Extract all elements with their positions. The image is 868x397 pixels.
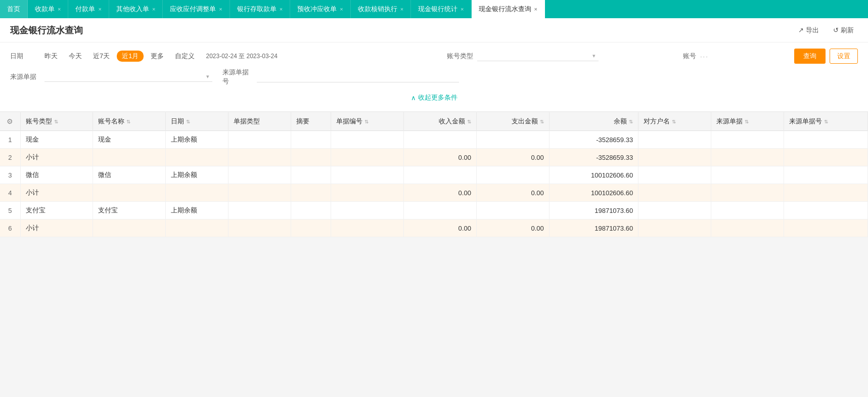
- nav-collect-verify[interactable]: 收款核销执行 ×: [351, 0, 411, 18]
- table-cell: 19871073.60: [549, 202, 638, 219]
- table-cell: [228, 131, 291, 149]
- col-doc-type[interactable]: 单据类型: [228, 112, 291, 131]
- date-btn-today[interactable]: 今天: [65, 51, 86, 62]
- nav-other-income[interactable]: 其他收入单 ×: [109, 0, 163, 18]
- table-cell: 现金: [20, 131, 93, 149]
- collapse-bar[interactable]: ∧ 收起更多条件: [10, 90, 858, 105]
- col-balance[interactable]: 余额⇅: [549, 112, 638, 131]
- nav-payments[interactable]: 付款单 ×: [68, 0, 109, 18]
- col-account-type[interactable]: 账号类型⇅: [20, 112, 93, 131]
- date-btn-yesterday[interactable]: 昨天: [40, 51, 62, 62]
- date-btn-custom[interactable]: 自定义: [171, 51, 199, 62]
- table-cell: [476, 166, 549, 184]
- close-icon[interactable]: ×: [340, 6, 343, 12]
- table-cell: [711, 166, 784, 184]
- col-income[interactable]: 收入金额⇅: [403, 112, 476, 131]
- table-cell: [711, 202, 784, 219]
- table-cell: [228, 166, 291, 184]
- table-cell: 0.00: [476, 149, 549, 166]
- table-row: 1现金现金上期余额-3528659.33: [0, 131, 868, 149]
- sort-icon: ⇅: [467, 119, 471, 124]
- settings-button[interactable]: 设置: [830, 49, 858, 64]
- account-type-label: 账号类型: [447, 52, 473, 61]
- col-account-name[interactable]: 账号名称⇅: [93, 112, 166, 131]
- table-cell: 上期余额: [166, 131, 229, 149]
- col-doc-no[interactable]: 单据编号⇅: [331, 112, 404, 131]
- nav-bank-deposit[interactable]: 银行存取款单 ×: [230, 0, 290, 18]
- refresh-button[interactable]: ↺ 刷新: [829, 24, 858, 37]
- close-icon[interactable]: ×: [58, 6, 61, 12]
- table-cell: [784, 202, 867, 219]
- table-cell: [638, 131, 711, 149]
- table-cell: [228, 184, 291, 202]
- export-button[interactable]: ↗ 导出: [794, 24, 823, 37]
- header-actions: ↗ 导出 ↺ 刷新: [794, 24, 858, 37]
- col-summary[interactable]: 摘要: [291, 112, 331, 131]
- table-cell: -3528659.33: [549, 149, 638, 166]
- sort-icon: ⇅: [186, 119, 190, 124]
- close-icon[interactable]: ×: [152, 6, 155, 12]
- table-row: 3微信微信上期余额100102606.60: [0, 166, 868, 184]
- close-icon[interactable]: ×: [400, 6, 403, 12]
- close-icon[interactable]: ×: [219, 6, 222, 12]
- sort-icon: ⇅: [126, 119, 130, 124]
- data-table: ⚙ 账号类型⇅ 账号名称⇅ 日期⇅ 单据类型 摘要 单据编号⇅: [0, 112, 868, 237]
- table-cell: [784, 131, 867, 149]
- account-type-filter: 账号类型 ▾: [447, 51, 599, 61]
- nav-cash-bank-flow[interactable]: 现金银行流水查询 ×: [472, 0, 545, 18]
- table-cell: 100102606.60: [549, 184, 638, 202]
- table-cell: [228, 202, 291, 219]
- table-cell: [638, 149, 711, 166]
- col-counterparty[interactable]: 对方户名⇅: [638, 112, 711, 131]
- col-source-doc-no[interactable]: 来源单据号⇅: [784, 112, 867, 131]
- nav-prepay-offset[interactable]: 预收冲应收单 ×: [290, 0, 350, 18]
- table-cell: [331, 131, 404, 149]
- account-label: 账号: [683, 52, 696, 61]
- table-cell: 2: [0, 149, 20, 166]
- sort-icon: ⇅: [54, 119, 58, 124]
- date-btn-more[interactable]: 更多: [147, 51, 168, 62]
- table-cell: 6: [0, 219, 20, 237]
- nav-receipts[interactable]: 收款单 ×: [28, 0, 68, 18]
- table-cell: 19871073.60: [549, 219, 638, 237]
- date-btn-7days[interactable]: 近7天: [89, 51, 114, 62]
- table-cell: [331, 202, 404, 219]
- table-cell: [784, 166, 867, 184]
- col-source-doc[interactable]: 来源单据⇅: [711, 112, 784, 131]
- account-type-select[interactable]: ▾: [477, 51, 599, 61]
- close-icon[interactable]: ×: [534, 6, 537, 12]
- table-row: 2小计0.000.00-3528659.33: [0, 149, 868, 166]
- table-cell: 0.00: [476, 219, 549, 237]
- table-cell: [166, 149, 229, 166]
- table-cell: 0.00: [403, 219, 476, 237]
- table-cell: [291, 166, 331, 184]
- table-cell: [784, 184, 867, 202]
- date-btn-1month[interactable]: 近1月: [117, 51, 144, 62]
- table-cell: 100102606.60: [549, 166, 638, 184]
- table-cell: 现金: [93, 131, 166, 149]
- table-cell: [711, 149, 784, 166]
- close-icon[interactable]: ×: [461, 6, 464, 12]
- table-cell: [331, 149, 404, 166]
- table-cell: [93, 219, 166, 237]
- table-cell: 0.00: [403, 184, 476, 202]
- col-expense[interactable]: 支出金额⇅: [476, 112, 549, 131]
- source-doc-select[interactable]: ▾: [44, 72, 212, 82]
- table-cell: 小计: [20, 219, 93, 237]
- table-header-row: ⚙ 账号类型⇅ 账号名称⇅ 日期⇅ 单据类型 摘要 单据编号⇅: [0, 112, 868, 131]
- col-gear[interactable]: ⚙: [0, 112, 20, 131]
- table-cell: 小计: [20, 184, 93, 202]
- dots-icon[interactable]: ···: [700, 53, 709, 60]
- table-cell: 5: [0, 202, 20, 219]
- query-button[interactable]: 查询: [794, 49, 826, 64]
- table-cell: [711, 131, 784, 149]
- nav-home[interactable]: 首页: [0, 0, 28, 18]
- nav-cash-bank-stat[interactable]: 现金银行统计 ×: [411, 0, 471, 18]
- nav-ar-ap-adjust[interactable]: 应收应付调整单 ×: [163, 0, 230, 18]
- gear-icon[interactable]: ⚙: [7, 117, 13, 125]
- col-date[interactable]: 日期⇅: [166, 112, 229, 131]
- close-icon[interactable]: ×: [280, 6, 283, 12]
- close-icon[interactable]: ×: [98, 6, 101, 12]
- table-cell: [638, 202, 711, 219]
- source-doc-no-input[interactable]: [257, 71, 459, 82]
